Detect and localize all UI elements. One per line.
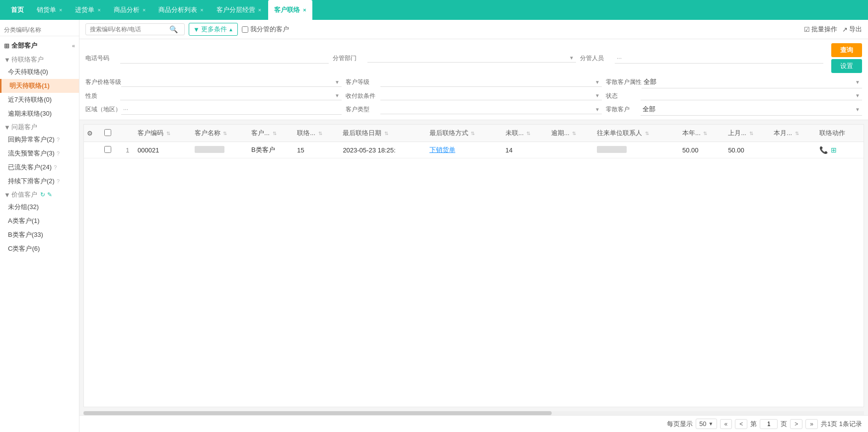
dept-select[interactable]: ▼ <box>367 54 576 63</box>
customer-type-select[interactable]: ▼ <box>380 105 602 114</box>
col-type[interactable]: 客户... ⇅ <box>248 125 294 142</box>
per-page-select[interactable]: 50 ▼ <box>696 419 717 429</box>
my-customers-checkbox-container[interactable]: 我分管的客户 <box>242 25 289 34</box>
nav-item-goods-analysis-list[interactable]: 商品分析列表 × <box>152 0 209 20</box>
nav-close-customer-contact[interactable]: × <box>303 7 306 13</box>
settings-button[interactable]: 设置 <box>831 59 862 73</box>
col-last-month[interactable]: 上月... ⇅ <box>725 125 771 142</box>
sidebar-item-ungrouped[interactable]: 未分组(32) <box>0 200 79 214</box>
nav-item-goods-analysis[interactable]: 商品分析 × <box>108 0 151 20</box>
sidebar-item-repurchase[interactable]: 回购异常客户(2) ? <box>0 133 79 146</box>
col-this-year-sort-icon[interactable]: ⇅ <box>703 131 707 136</box>
col-method-sort-icon[interactable]: ⇅ <box>471 131 475 136</box>
value-edit-icon[interactable]: ✎ <box>47 191 52 198</box>
sidebar-search-input[interactable] <box>4 26 78 33</box>
page-number-input[interactable] <box>760 419 778 429</box>
sidebar-item-churn-warning[interactable]: 流失预警客户(3) ? <box>0 146 79 160</box>
col-last-contact-date[interactable]: 最后联络日期 ⇅ <box>340 125 426 142</box>
person-select[interactable]: ··· <box>615 53 823 64</box>
col-checkbox[interactable] <box>101 125 120 142</box>
nav-item-home[interactable]: 首页 <box>5 0 30 20</box>
churned-help-icon[interactable]: ? <box>54 164 57 170</box>
cell-action: 📞 ⊞ <box>816 142 864 158</box>
sidebar-item-tomorrow[interactable]: 明天待联络(1) <box>0 79 79 93</box>
grid-action-icon[interactable]: ⊞ <box>831 146 837 154</box>
col-name-sort-icon[interactable]: ⇅ <box>223 131 227 136</box>
sidebar-item-churned[interactable]: 已流失客户(24) ? <box>0 160 79 174</box>
sidebar-item-declining[interactable]: 持续下滑客户(2) ? <box>0 174 79 188</box>
last-page-button[interactable]: » <box>805 419 818 429</box>
scrollbar-thumb[interactable] <box>83 411 552 415</box>
col-last-month-sort-icon[interactable]: ⇅ <box>749 131 753 136</box>
nature-select[interactable]: ▼ <box>120 91 342 100</box>
col-overdue-sort-icon[interactable]: ⇅ <box>572 131 576 136</box>
export-button[interactable]: ↗ 导出 <box>842 25 862 34</box>
last-contact-method-link[interactable]: 下销货单 <box>430 146 455 153</box>
row-checkbox[interactable] <box>104 146 111 153</box>
query-button[interactable]: 查询 <box>831 43 862 57</box>
batch-op-button[interactable]: ☑ 批量操作 <box>804 25 837 34</box>
prev-page-button[interactable]: < <box>735 419 747 429</box>
nav-close-goods-analysis-list[interactable]: × <box>200 7 203 13</box>
my-customers-checkbox[interactable] <box>242 26 248 33</box>
sidebar-item-overdue[interactable]: 逾期未联络(30) <box>0 107 79 121</box>
col-code-sort-icon[interactable]: ⇅ <box>166 131 170 136</box>
col-this-year[interactable]: 本年... ⇅ <box>679 125 725 142</box>
search-input[interactable] <box>90 26 169 33</box>
col-name[interactable]: 客户名称 ⇅ <box>192 125 249 142</box>
col-contact-person[interactable]: 往来单位联系人 ⇅ <box>594 125 679 142</box>
sidebar-item-class-b[interactable]: B类客户(33) <box>0 228 79 242</box>
nav-close-customer-segment[interactable]: × <box>258 7 261 13</box>
col-gear[interactable]: ⚙ <box>84 125 101 142</box>
phone-action-icon[interactable]: 📞 <box>819 146 828 154</box>
phone-input[interactable] <box>120 53 329 64</box>
sidebar-group-value[interactable]: ▼ 价值客户 ↻ ✎ <box>0 188 79 200</box>
sidebar-item-class-c[interactable]: C类客户(6) <box>0 242 79 256</box>
value-refresh-icon[interactable]: ↻ <box>40 191 45 198</box>
nav-item-purchase[interactable]: 进货单 × <box>69 0 106 20</box>
col-not-contacted-sort-icon[interactable]: ⇅ <box>526 131 530 136</box>
status-select[interactable]: ▼ <box>641 91 862 100</box>
nav-item-customer-contact[interactable]: 客户联络 × <box>268 0 312 20</box>
gear-icon[interactable]: ⚙ <box>87 130 93 137</box>
churn-warning-help-icon[interactable]: ? <box>57 150 60 156</box>
customer-level-select[interactable]: ▼ <box>380 78 602 87</box>
retail-customer-select[interactable]: 全部 ▼ <box>641 103 862 116</box>
cell-checkbox[interactable] <box>101 142 120 158</box>
col-contact-sort-icon[interactable]: ⇅ <box>318 131 322 136</box>
price-level-select[interactable]: ▼ <box>121 78 342 87</box>
sidebar-item-week[interactable]: 近7天待联络(0) <box>0 93 79 107</box>
horizontal-scrollbar[interactable] <box>83 411 864 415</box>
retail-attr-select[interactable]: 全部 ▼ <box>642 76 862 88</box>
sidebar-item-class-a[interactable]: A类客户(1) <box>0 214 79 228</box>
col-last-contact-method[interactable]: 最后联络方式 ⇅ <box>427 125 503 142</box>
sidebar-group-pending[interactable]: ▼ 待联络客户 <box>0 53 79 65</box>
sidebar-group-problem[interactable]: ▼ 问题客户 <box>0 121 79 133</box>
nav-item-customer-segment[interactable]: 客户分层经营 × <box>211 0 267 20</box>
declining-help-icon[interactable]: ? <box>57 178 60 184</box>
more-filter-button[interactable]: ▼ 更多条件 ▲ <box>189 23 238 36</box>
nav-close-sales[interactable]: × <box>59 7 62 13</box>
nav-item-sales[interactable]: 销货单 × <box>31 0 68 20</box>
col-code[interactable]: 客户编码 ⇅ <box>135 125 192 142</box>
col-contact[interactable]: 联络... ⇅ <box>294 125 340 142</box>
col-overdue[interactable]: 逾期... ⇅ <box>548 125 594 142</box>
nav-close-purchase[interactable]: × <box>97 7 100 13</box>
region-select[interactable]: ··· <box>121 104 342 115</box>
nav-close-goods-analysis[interactable]: × <box>143 7 145 13</box>
select-all-checkbox[interactable] <box>104 129 111 136</box>
col-contact-person-sort-icon[interactable]: ⇅ <box>645 131 649 136</box>
col-this-month[interactable]: 本月... ⇅ <box>771 125 816 142</box>
first-page-button[interactable]: « <box>720 419 732 429</box>
col-date-sort-icon[interactable]: ⇅ <box>384 131 388 136</box>
next-page-button[interactable]: > <box>790 419 802 429</box>
payment-select[interactable]: ▼ <box>380 91 602 100</box>
repurchase-help-icon[interactable]: ? <box>57 137 60 143</box>
search-icon[interactable]: 🔍 <box>169 25 178 33</box>
col-not-contacted[interactable]: 未联... ⇅ <box>503 125 548 142</box>
col-type-sort-icon[interactable]: ⇅ <box>273 131 277 136</box>
sidebar-item-today[interactable]: 今天待联络(0) <box>0 65 79 79</box>
cell-last-contact-method[interactable]: 下销货单 <box>427 142 503 158</box>
col-this-month-sort-icon[interactable]: ⇅ <box>795 131 799 136</box>
sidebar-all-customers[interactable]: ⊞ 全部客户 « <box>0 38 79 53</box>
